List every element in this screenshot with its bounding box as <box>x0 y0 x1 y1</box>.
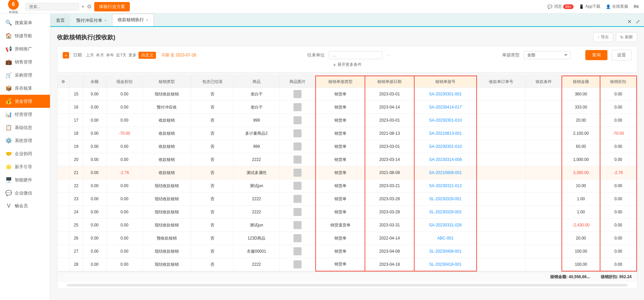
cancel-order-no-link[interactable]: SA-20230301-001 <box>429 92 462 96</box>
goods-image-icon <box>293 90 302 98</box>
query-btn[interactable]: 查询 <box>585 50 607 60</box>
sidebar-item-shortcuts[interactable]: 🏠 快捷导航 <box>0 29 50 42</box>
cancel-order-no-link[interactable]: ABC-001 <box>437 236 454 241</box>
td-cancel-order-no[interactable]: SA-20210808-001 <box>414 166 477 179</box>
th-settings[interactable]: ⚙ <box>57 76 69 88</box>
td-cancel-type: 收款核销 <box>143 140 191 153</box>
sidebar-item-sales[interactable]: 💼 销售管理 <box>0 55 50 69</box>
sidebar-item-marketing[interactable]: 📢 营销推广 <box>0 42 50 55</box>
td-receipt-order-no <box>477 114 526 127</box>
td-cancel-order-no[interactable]: SA-20230321-012 <box>414 179 477 192</box>
goods-image-icon <box>293 260 302 268</box>
cancel-order-no-link[interactable]: SA-20230414-017 <box>429 105 462 110</box>
td-cash-discount: 0.00 <box>106 219 143 232</box>
td-cancel-order-no[interactable]: SA-20230314-008 <box>414 153 477 166</box>
td-goods-img <box>279 101 316 114</box>
tab-home[interactable]: 首页 <box>50 14 70 26</box>
sidebar-item-basic[interactable]: 📋 基础信息 <box>0 121 50 134</box>
sidebar-item-search[interactable]: 🔍 搜索菜单 <box>0 16 50 29</box>
message-btn[interactable]: 💬 消息 99+ <box>547 4 574 9</box>
capital-icon: 💰 <box>5 98 12 104</box>
date-btn-last-month[interactable]: 上月 <box>86 52 94 58</box>
td-cancel-order-no[interactable]: SL-20230418-001 <box>414 258 477 271</box>
main-area: 首页 预付冲应付单 × 收款核销执行 × ✕ ⤢ 收款核销执行(按收款) <box>50 13 644 300</box>
cancel-order-no-link[interactable]: SA-20230331-026 <box>429 223 462 227</box>
industry-btn[interactable]: 体验行业方案 <box>94 2 130 11</box>
cancel-order-no-link[interactable]: SA-20230301-010 <box>429 118 462 123</box>
td-cancel-order-no[interactable]: SA-20230301-001 <box>414 88 477 101</box>
tab-prepay[interactable]: 预付冲应付单 × <box>70 14 112 26</box>
td-settings <box>57 101 69 114</box>
tab-collection[interactable]: 收款核销执行 × <box>112 14 154 26</box>
td-cancel-order-no[interactable]: SA-20210813-001 <box>414 127 477 140</box>
tab-collection-label: 收款核销执行 <box>118 17 144 23</box>
sidebar-item-enterprise[interactable]: 🤝 企业协同 <box>0 147 50 160</box>
td-cancel-order-no[interactable]: SA-20230414-017 <box>414 101 477 114</box>
tab-maximize-btn[interactable]: ⤢ <box>634 17 641 26</box>
tab-close-btn[interactable]: ✕ <box>626 17 633 26</box>
cancel-order-no-link[interactable]: SA-20210808-001 <box>429 170 462 175</box>
cancel-order-no-link[interactable]: SL-20230328-001 <box>429 197 462 201</box>
cancel-order-no-link[interactable]: SA-20210813-001 <box>429 131 462 136</box>
sidebar-item-purchase[interactable]: 🛒 采购管理 <box>0 69 50 82</box>
sidebar-item-system[interactable]: ⚙️ 系统管理 <box>0 134 50 147</box>
filter-expand-icon[interactable]: » <box>63 52 69 58</box>
td-balance: 0.00 <box>83 140 106 153</box>
date-btn-this-month[interactable]: 本月 <box>96 52 104 58</box>
column-settings-icon[interactable]: ⚙ <box>61 79 65 84</box>
td-cancel-order-no[interactable]: SL-20230408-001 <box>414 245 477 258</box>
cancel-order-no-link[interactable]: SA-20230301-010 <box>429 144 462 149</box>
td-receipt-cond <box>526 101 562 114</box>
table-row: 18 0.00 -70.00 收款核销 否 多计量商品2 销货单 2021-08… <box>57 127 637 140</box>
expand-more-btn[interactable]: ∨ 展开更多条件 <box>63 62 632 68</box>
td-cancel-order-no[interactable]: SA-20230301-010 <box>414 140 477 153</box>
cancel-order-no-link[interactable]: SA-20230321-012 <box>429 183 462 188</box>
date-btn-7days[interactable]: 近7天 <box>116 52 126 58</box>
sidebar-item-capital[interactable]: 💰 资金管理 <box>0 95 50 108</box>
online-service-btn[interactable]: 👤 在线客服 <box>606 4 628 9</box>
td-cancel-order-no[interactable]: SL-20230328-001 <box>414 192 477 206</box>
td-goods: 多计量商品2 <box>233 127 279 140</box>
cancel-order-no-link[interactable]: SL-20230418-001 <box>429 262 462 267</box>
date-btn-this-year[interactable]: 本年 <box>106 52 114 58</box>
th-goods-img: 商品图片 <box>279 76 316 88</box>
td-cancel-amount: 1.00 <box>562 192 600 206</box>
top-search-input[interactable] <box>25 3 79 10</box>
cancel-order-no-link[interactable]: SL-20230408-001 <box>429 249 462 254</box>
td-cancel-order-no[interactable]: SA-20230301-010 <box>414 114 477 127</box>
td-cancel-order-date: 2021-08-08 <box>365 166 414 179</box>
td-cancel-discount: -2.76 <box>600 166 637 179</box>
user-name[interactable]: Rit <box>634 4 639 9</box>
export-btn[interactable]: ↑ 导出 <box>593 32 613 42</box>
td-cancel-order-no[interactable]: SA-20230331-026 <box>414 219 477 232</box>
table-scrollbar[interactable] <box>67 284 628 287</box>
sidebar-label-enterprise: 企业协同 <box>15 151 32 157</box>
sidebar-item-inventory[interactable]: 📦 库存核算 <box>0 82 50 95</box>
td-cancel-discount: 0.00 <box>600 140 637 153</box>
settings-btn[interactable]: 设置 <box>611 50 632 60</box>
settings-icon[interactable]: ⚙ <box>87 3 92 10</box>
date-custom-btn[interactable]: 自定义 <box>139 52 156 59</box>
td-cancel-order-no[interactable]: ABC-001 <box>414 232 477 245</box>
cancel-order-no-link[interactable]: SL-20230328-002 <box>429 210 462 214</box>
td-cash-discount: 0.00 <box>106 206 143 219</box>
sidebar-item-wechat[interactable]: 💬 企业微信 <box>0 186 50 200</box>
app-download-btn[interactable]: 📱 App下载 <box>579 4 600 9</box>
sidebar-item-guide[interactable]: 🌟 新手引导 <box>0 160 50 173</box>
table-row: 22 0.00 0.00 现结收款核销 否 测试jun 销货单 2023-03-… <box>57 179 637 192</box>
order-type-select[interactable]: 全部 <box>524 51 571 59</box>
td-cancel-order-no[interactable]: SL-20230328-002 <box>414 206 477 219</box>
sidebar-item-hardware[interactable]: 🖥️ 智能硬件 <box>0 173 50 186</box>
from-unit-input[interactable] <box>329 51 382 59</box>
tab-collection-close[interactable]: × <box>146 18 148 22</box>
dropdown-icon[interactable]: ▾ <box>82 4 84 9</box>
sidebar-item-member[interactable]: V 畅会员 <box>0 200 50 212</box>
refresh-btn[interactable]: ↻ 刷新 <box>616 32 637 42</box>
sidebar-label-sales: 销售管理 <box>15 59 32 65</box>
sidebar-item-business[interactable]: 📊 经营管理 <box>0 108 50 121</box>
cancel-order-no-link[interactable]: SA-20230314-008 <box>429 157 462 162</box>
date-btn-more[interactable]: 更多 <box>128 52 137 58</box>
tab-prepay-close[interactable]: × <box>104 18 106 23</box>
td-cancel-amount: 333.00 <box>562 101 600 114</box>
goods-image-icon <box>293 156 302 164</box>
